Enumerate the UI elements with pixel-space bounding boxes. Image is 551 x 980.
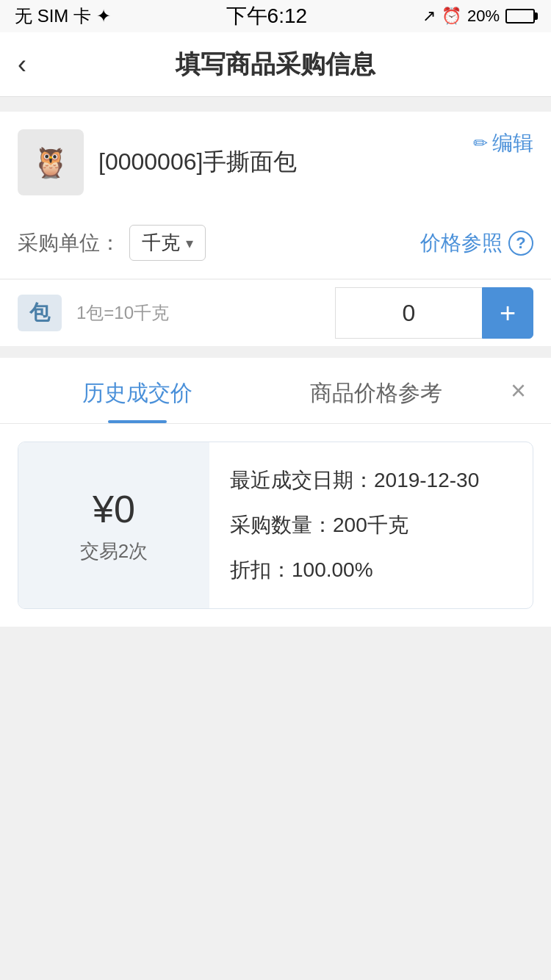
price-discount-row: 折扣：100.00% bbox=[230, 554, 512, 587]
price-qty-row: 采购数量：200千克 bbox=[230, 509, 512, 542]
status-right: ↗ ⏰ 20% bbox=[422, 7, 536, 26]
qty-input-area: + bbox=[335, 287, 533, 339]
qty-plus-button[interactable]: + bbox=[482, 287, 533, 339]
product-owl-icon: 🦉 bbox=[32, 145, 69, 180]
product-card: 🦉 [0000006]手撕面包 ✏ 编辑 采购单位： 千克 ▾ 价格参照 ? bbox=[0, 112, 551, 278]
price-content: ¥0 交易2次 最近成交日期：2019-12-30 采购数量：200千克 折扣：… bbox=[0, 424, 551, 627]
quantity-label: 采购数量： bbox=[230, 514, 333, 536]
back-button[interactable]: ‹ bbox=[18, 49, 26, 80]
price-card: ¥0 交易2次 最近成交日期：2019-12-30 采购数量：200千克 折扣：… bbox=[18, 442, 533, 609]
recent-date-label: 最近成交日期： bbox=[230, 469, 374, 491]
price-ref-button[interactable]: 价格参照 ? bbox=[420, 229, 533, 257]
unit-label: 采购单位： bbox=[18, 229, 120, 257]
status-left: 无 SIM 卡 ✦ bbox=[15, 4, 111, 28]
product-unit-row: 采购单位： 千克 ▾ 价格参照 ? bbox=[18, 210, 533, 278]
product-thumbnail: 🦉 bbox=[18, 129, 84, 195]
footer-space bbox=[0, 627, 551, 980]
discount-value: 100.00% bbox=[292, 558, 373, 581]
status-time: 下午6:12 bbox=[226, 2, 308, 30]
qty-unit-desc: 1包=10千克 bbox=[76, 301, 320, 325]
tab-price-ref[interactable]: 商品价格参考 bbox=[256, 358, 495, 423]
qty-input[interactable] bbox=[335, 287, 482, 339]
recent-date-value: 2019-12-30 bbox=[374, 469, 479, 491]
page-title: 填写商品采购信息 bbox=[176, 48, 375, 82]
unit-select[interactable]: 千克 ▾ bbox=[129, 225, 206, 261]
battery-percent: 20% bbox=[467, 7, 500, 26]
tab-panel: 历史成交价 商品价格参考 × ¥0 交易2次 最近成交日期：2019-12-30… bbox=[0, 358, 551, 627]
edit-button[interactable]: ✏ 编辑 bbox=[473, 129, 533, 157]
sim-label: 无 SIM 卡 ✦ bbox=[15, 4, 111, 28]
status-bar: 无 SIM 卡 ✦ 下午6:12 ↗ ⏰ 20% bbox=[0, 0, 551, 32]
price-amount: ¥0 bbox=[93, 487, 135, 531]
alarm-icon: ⏰ bbox=[442, 7, 461, 26]
product-left: 🦉 [0000006]手撕面包 bbox=[18, 129, 297, 195]
tab-history-price[interactable]: 历史成交价 bbox=[18, 358, 256, 423]
edit-label: 编辑 bbox=[492, 129, 533, 157]
product-top-row: 🦉 [0000006]手撕面包 ✏ 编辑 bbox=[18, 129, 533, 195]
nav-bar: ‹ 填写商品采购信息 bbox=[0, 32, 551, 97]
price-ref-label: 价格参照 bbox=[420, 229, 503, 257]
price-left-panel: ¥0 交易2次 bbox=[18, 442, 209, 608]
qty-unit-tag: 包 bbox=[18, 295, 62, 331]
product-name: [0000006]手撕面包 bbox=[98, 146, 297, 179]
tab-close-button[interactable]: × bbox=[496, 361, 533, 421]
quantity-value: 200千克 bbox=[333, 514, 408, 536]
location-icon: ↗ bbox=[422, 7, 436, 26]
price-right-panel: 最近成交日期：2019-12-30 采购数量：200千克 折扣：100.00% bbox=[209, 442, 533, 608]
unit-arrow-icon: ▾ bbox=[186, 234, 193, 252]
tab-bar: 历史成交价 商品价格参考 × bbox=[0, 358, 551, 424]
edit-icon: ✏ bbox=[473, 133, 488, 154]
price-date-row: 最近成交日期：2019-12-30 bbox=[230, 464, 512, 497]
discount-label: 折扣： bbox=[230, 558, 292, 581]
battery-icon bbox=[505, 9, 536, 24]
price-ref-icon: ? bbox=[508, 231, 533, 256]
price-trades: 交易2次 bbox=[80, 538, 148, 564]
quantity-section: 包 1包=10千克 + bbox=[0, 280, 551, 346]
unit-value: 千克 bbox=[142, 230, 180, 256]
